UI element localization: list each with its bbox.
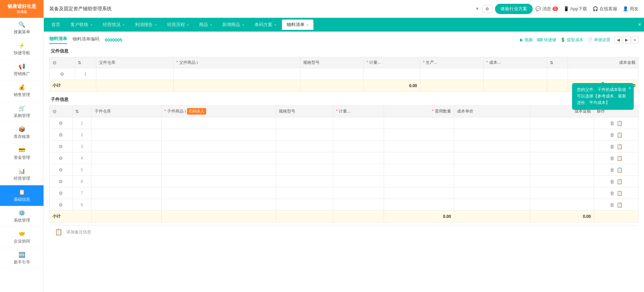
info-icon[interactable]: ℹ xyxy=(197,60,198,65)
child-row-product-cell[interactable] xyxy=(161,199,276,211)
delete-row-icon[interactable]: 🗑 xyxy=(610,155,615,161)
child-row-measure-cell[interactable] xyxy=(333,176,384,187)
child-row-spec-cell[interactable] xyxy=(276,164,333,176)
sidebar-item-system[interactable]: ⚙️ 系统管理 xyxy=(0,206,44,227)
grid-view-button[interactable]: ≡ xyxy=(631,36,639,44)
sidebar-item-basic-info[interactable]: 📋 基础信息 xyxy=(0,185,44,206)
tab-barcode[interactable]: 条码方案 × xyxy=(250,20,281,30)
tab-history-close[interactable]: × xyxy=(187,23,189,27)
child-row-product-cell[interactable] xyxy=(161,176,276,187)
child-row-qty-cell[interactable] xyxy=(384,176,454,187)
row-settings-icon[interactable]: ⚙ xyxy=(59,190,63,196)
child-settings-gear-icon[interactable]: ⚙ xyxy=(52,109,57,114)
next-page-button[interactable]: ▶ xyxy=(623,36,630,44)
row-settings-icon[interactable]: ⚙ xyxy=(59,155,63,161)
child-row-unit-cost-cell[interactable] xyxy=(454,152,530,164)
child-row-measure-cell[interactable] xyxy=(333,129,384,141)
copy-row-icon[interactable]: 📋 xyxy=(617,167,622,173)
child-row-qty-cell[interactable] xyxy=(384,187,454,199)
add-note-icon[interactable]: 📋 xyxy=(55,228,62,236)
app-download-button[interactable]: 📱 App下载 xyxy=(564,6,587,12)
child-row-unit-cost-cell[interactable] xyxy=(454,129,530,141)
row-settings-icon[interactable]: ⚙ xyxy=(59,179,63,184)
child-row-product-cell[interactable] xyxy=(161,117,276,129)
copy-row-icon[interactable]: 📋 xyxy=(617,179,622,184)
child-row-spec-cell[interactable] xyxy=(276,129,333,141)
child-row-warehouse-cell[interactable] xyxy=(91,152,161,164)
child-row-warehouse-cell[interactable] xyxy=(91,176,161,187)
child-row-spec-cell[interactable] xyxy=(276,152,333,164)
sidebar-item-enterprise[interactable]: 🤝 企业协同 xyxy=(0,227,44,248)
child-row-unit-cost-cell[interactable] xyxy=(454,187,530,199)
child-row-unit-cost-cell[interactable] xyxy=(454,199,530,211)
delete-row-icon[interactable]: 🗑 xyxy=(610,167,615,173)
copy-row-icon[interactable]: 📋 xyxy=(617,190,622,196)
child-row-measure-cell[interactable] xyxy=(333,187,384,199)
child-row-spec-cell[interactable] xyxy=(276,187,333,199)
tab-bom[interactable]: 物料清单 × xyxy=(282,20,313,30)
settings-gear-icon[interactable]: ⚙ xyxy=(52,60,57,66)
parent-row-spec-cell[interactable] xyxy=(300,68,363,80)
parent-row-measure-cell[interactable] xyxy=(364,68,420,80)
parent-row-production-cell[interactable] xyxy=(420,68,483,80)
tab-new-product-close[interactable]: × xyxy=(242,23,244,27)
child-row-measure-cell[interactable] xyxy=(333,164,384,176)
child-row-qty-cell[interactable] xyxy=(384,199,454,211)
delete-row-icon[interactable]: 🗑 xyxy=(610,202,615,208)
child-row-warehouse-cell[interactable] xyxy=(91,187,161,199)
parent-row-product-cell[interactable] xyxy=(173,68,300,80)
delete-row-icon[interactable]: 🗑 xyxy=(610,190,615,196)
sidebar-item-sales[interactable]: 💰 销售管理 xyxy=(0,81,44,102)
row-settings-icon[interactable]: ⚙ xyxy=(59,120,63,126)
row-settings-icon[interactable]: ⚙ xyxy=(59,167,63,173)
child-row-measure-cell[interactable] xyxy=(333,152,384,164)
sidebar-item-inventory[interactable]: 📦 库存核算 xyxy=(0,122,44,143)
copy-row-icon[interactable]: 📋 xyxy=(617,120,622,126)
page-tab-bom-list[interactable]: 物料清单 xyxy=(49,36,67,44)
parent-row-warehouse-cell[interactable] xyxy=(96,68,173,80)
extract-cost-action[interactable]: 💲 提取成本 xyxy=(560,37,583,43)
view-action[interactable]: ▶ 视频 xyxy=(520,37,533,43)
tab-new-product[interactable]: 新增商品 × xyxy=(218,20,249,30)
experience-button[interactable]: 体验行业方案 xyxy=(495,4,533,14)
sidebar-item-purchase[interactable]: 🛒 采购管理 xyxy=(0,102,44,122)
child-row-warehouse-cell[interactable] xyxy=(91,164,161,176)
child-info-icon[interactable]: ℹ xyxy=(185,109,186,113)
child-row-product-cell[interactable] xyxy=(161,141,276,152)
child-row-qty-cell[interactable] xyxy=(384,117,454,129)
child-row-measure-cell[interactable] xyxy=(333,117,384,129)
child-row-spec-cell[interactable] xyxy=(276,117,333,129)
tab-customer[interactable]: 客户联络 × xyxy=(66,20,97,30)
row-settings-icon[interactable]: ⚙ xyxy=(59,132,63,138)
tab-operations[interactable]: 经营情况 × xyxy=(98,20,129,30)
child-row-warehouse-cell[interactable] xyxy=(91,141,161,152)
child-row-measure-cell[interactable] xyxy=(333,141,384,152)
page-tab-bom-code[interactable]: 物料清单编码 xyxy=(73,36,99,44)
child-row-product-cell[interactable] xyxy=(161,152,276,164)
child-row-unit-cost-cell[interactable] xyxy=(454,141,530,152)
sidebar-item-quick-nav[interactable]: ⚡ 快捷导航 xyxy=(0,39,44,60)
user-avatar-button[interactable]: 👤 用友 xyxy=(623,6,639,12)
child-row-warehouse-cell[interactable] xyxy=(91,129,161,141)
tab-product[interactable]: 商品 × xyxy=(194,20,217,30)
tab-home[interactable]: 首页 xyxy=(47,20,65,30)
tab-product-close[interactable]: × xyxy=(210,23,212,27)
child-row-qty-cell[interactable] xyxy=(384,129,454,141)
child-row-measure-cell[interactable] xyxy=(333,199,384,211)
row-settings-icon[interactable]: ⚙ xyxy=(59,202,63,208)
child-row-product-cell[interactable] xyxy=(161,187,276,199)
tab-profit[interactable]: 利润报告 × xyxy=(130,20,162,30)
single-settings-action[interactable]: 📄 单据设置 xyxy=(587,37,610,43)
sidebar-item-guide[interactable]: 🆕 新手引导 xyxy=(0,248,44,269)
tab-customer-close[interactable]: × xyxy=(90,23,92,27)
sidebar-item-marketing[interactable]: 📢 营销推广 xyxy=(0,60,44,81)
row-settings-icon[interactable]: ⚙ xyxy=(60,71,64,77)
online-service-button[interactable]: 🎧 在线客服 xyxy=(593,6,617,12)
tab-operations-close[interactable]: × xyxy=(123,23,125,27)
tab-bom-close[interactable]: × xyxy=(307,23,309,27)
tab-barcode-close[interactable]: × xyxy=(274,23,276,27)
delete-row-icon[interactable]: 🗑 xyxy=(610,144,615,149)
sidebar-item-finance[interactable]: 💳 资金管理 xyxy=(0,143,44,164)
copy-row-icon[interactable]: 📋 xyxy=(617,202,622,208)
child-row-unit-cost-cell[interactable] xyxy=(454,176,530,187)
